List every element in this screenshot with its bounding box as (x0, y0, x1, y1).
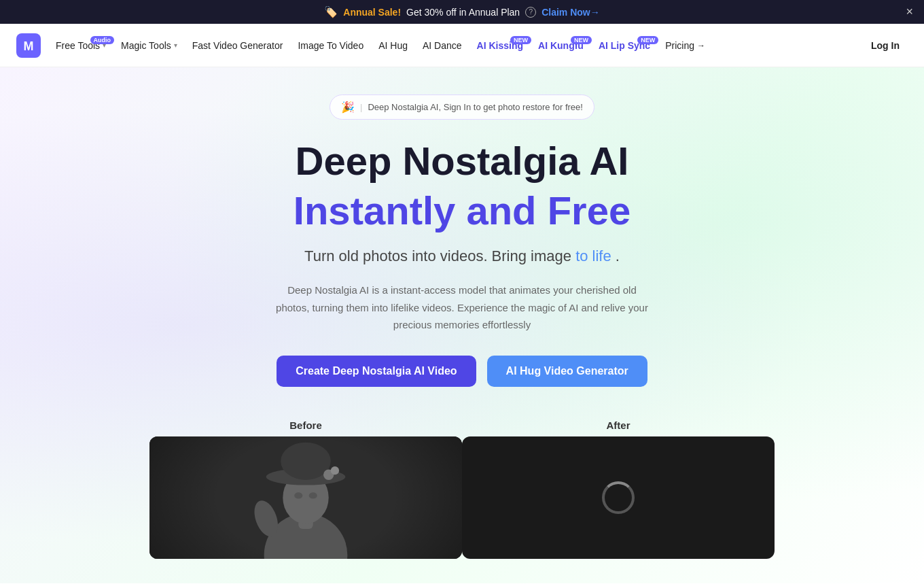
before-photo (149, 436, 462, 559)
hero-title-line1: Deep Nostalgia AI (296, 139, 629, 184)
ai-hug-button[interactable]: AI Hug Video Generator (487, 356, 647, 387)
loading-spinner (602, 481, 635, 514)
banner-text: Deep Nostalgia AI, Sign In to get photo … (368, 102, 583, 112)
nav-items: Free Tools Audio ▾ Magic Tools ▾ Fast Vi… (49, 35, 860, 56)
svg-point-14 (309, 492, 317, 498)
magic-tools-chevron: ▾ (174, 41, 177, 49)
hero-section: 🎉 | Deep Nostalgia AI, Sign In to get ph… (0, 67, 924, 583)
subtitle-start: Turn old photos into videos. Bring image (304, 247, 571, 264)
help-icon[interactable]: ? (525, 7, 536, 18)
nav-magic-tools[interactable]: Magic Tools ▾ (114, 35, 184, 56)
before-label: Before (289, 419, 322, 431)
subtitle-end: . (616, 247, 620, 264)
ai-kissing-badge: NEW (510, 36, 531, 44)
nav-ai-hug[interactable]: AI Hug (372, 35, 414, 56)
after-image (462, 436, 775, 559)
ai-hug-label: AI Hug (378, 40, 408, 51)
login-label: Log In (871, 40, 900, 51)
login-button[interactable]: Log In (863, 35, 908, 56)
hero-banner[interactable]: 🎉 | Deep Nostalgia AI, Sign In to get ph… (330, 95, 594, 120)
banner-divider: | (360, 102, 362, 112)
subtitle-highlight: to life (575, 247, 611, 264)
free-tools-badge: Audio (90, 36, 115, 44)
pricing-arrow: → (697, 41, 705, 50)
sale-label: Annual Sale! (343, 7, 401, 18)
fast-video-label: Fast Video Generator (192, 40, 283, 51)
nav-ai-lip-sync[interactable]: AI Lip Sync NEW (592, 35, 657, 56)
svg-text:M: M (24, 39, 34, 53)
nav-free-tools[interactable]: Free Tools Audio ▾ (49, 35, 113, 56)
logo[interactable]: M (16, 33, 41, 58)
announcement-bar: 🏷️ Annual Sale! Get 30% off in Annual Pl… (0, 0, 924, 24)
image-to-video-label: Image To Video (298, 40, 363, 51)
hero-subtitle: Turn old photos into videos. Bring image… (304, 247, 620, 265)
magic-tools-label: Magic Tools (121, 40, 171, 51)
tag-icon: 🏷️ (324, 5, 338, 18)
before-column: Before (149, 419, 462, 559)
claim-now-link[interactable]: Claim Now→ (541, 7, 600, 18)
before-image (149, 436, 462, 559)
svg-point-11 (331, 466, 339, 475)
nav-ai-dance[interactable]: AI Dance (416, 35, 469, 56)
ai-dance-label: AI Dance (423, 40, 462, 51)
after-column: After (462, 419, 775, 559)
nav-ai-kissing[interactable]: AI Kissing NEW (470, 35, 530, 56)
navbar: M Free Tools Audio ▾ Magic Tools ▾ Fast … (0, 24, 924, 67)
party-icon: 🎉 (341, 101, 355, 114)
ai-lip-sync-badge: NEW (637, 36, 658, 44)
svg-point-13 (294, 492, 302, 498)
close-announcement-button[interactable]: × (906, 5, 913, 19)
before-after-section: Before (149, 419, 775, 559)
create-video-button[interactable]: Create Deep Nostalgia AI Video (277, 356, 476, 387)
svg-point-9 (281, 443, 331, 480)
hero-description: Deep Nostalgia AI is a instant-access mo… (272, 281, 652, 334)
nav-fast-video[interactable]: Fast Video Generator (185, 35, 290, 56)
sale-text: Get 30% off in Annual Plan (406, 7, 520, 18)
ai-kungfu-badge: NEW (571, 36, 592, 44)
hero-buttons: Create Deep Nostalgia AI Video AI Hug Vi… (277, 356, 647, 387)
after-label: After (606, 419, 630, 431)
nav-pricing[interactable]: Pricing → (658, 35, 712, 56)
pricing-label: Pricing (665, 40, 694, 51)
after-loading (462, 436, 775, 559)
nav-ai-kungfu[interactable]: AI Kungfu NEW (531, 35, 590, 56)
nav-image-to-video[interactable]: Image To Video (291, 35, 370, 56)
hero-title-line2: Instantly and Free (294, 187, 630, 235)
